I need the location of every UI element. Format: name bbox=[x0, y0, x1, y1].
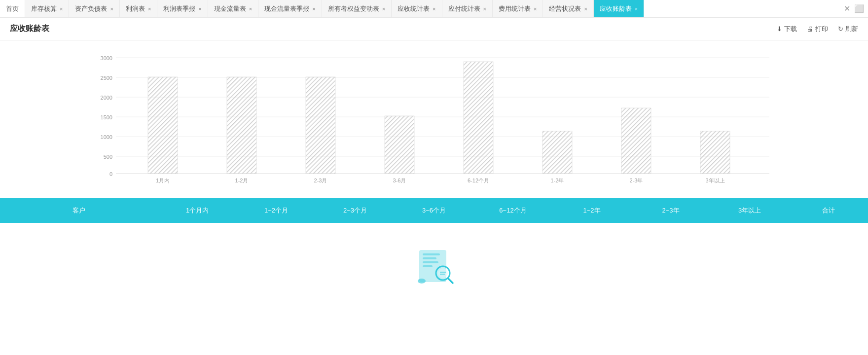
svg-line-31 bbox=[448, 279, 453, 283]
svg-text:1-2月: 1-2月 bbox=[235, 178, 249, 183]
svg-text:2500: 2500 bbox=[101, 75, 112, 81]
svg-text:2000: 2000 bbox=[101, 95, 112, 101]
tab-close-ap-stat[interactable]: × bbox=[483, 6, 486, 12]
window-close-btn[interactable]: ✕ bbox=[844, 4, 850, 13]
col-1m: 1个月内 bbox=[158, 206, 237, 215]
bar-4 bbox=[385, 116, 414, 174]
tab-close-expense[interactable]: × bbox=[534, 6, 537, 12]
svg-rect-24 bbox=[423, 253, 440, 255]
svg-text:3000: 3000 bbox=[101, 55, 112, 61]
col-6-12m: 6~12个月 bbox=[473, 206, 552, 215]
col-customer: 客户 bbox=[0, 206, 158, 215]
tab-profit-q[interactable]: 利润表季报 × bbox=[157, 0, 208, 18]
tab-close-operations[interactable]: × bbox=[584, 6, 587, 12]
download-icon: ⬇ bbox=[777, 25, 782, 33]
tab-balance[interactable]: 资产负债表 × bbox=[69, 0, 119, 18]
svg-text:1月内: 1月内 bbox=[156, 178, 170, 183]
empty-state bbox=[0, 223, 868, 312]
tab-bar: 首页 库存核算 × 资产负债表 × 利润表 × 利润表季报 × 现金流量表 × … bbox=[0, 0, 868, 18]
bar-8 bbox=[700, 131, 730, 174]
tab-close-equity[interactable]: × bbox=[382, 6, 385, 12]
tab-close-profit[interactable]: × bbox=[148, 6, 151, 12]
tab-equity[interactable]: 所有者权益变动表 × bbox=[322, 0, 392, 18]
tab-close-cashflow-q[interactable]: × bbox=[312, 6, 315, 12]
tab-close-profit-q[interactable]: × bbox=[198, 6, 201, 12]
bar-5 bbox=[464, 62, 493, 174]
svg-rect-25 bbox=[423, 257, 436, 259]
refresh-button[interactable]: ↻ 刷新 bbox=[838, 25, 858, 34]
tab-close-balance[interactable]: × bbox=[110, 6, 113, 12]
refresh-icon: ↻ bbox=[838, 25, 843, 33]
bar-6 bbox=[542, 131, 572, 174]
svg-text:1-2年: 1-2年 bbox=[551, 178, 564, 183]
svg-text:1500: 1500 bbox=[101, 114, 112, 120]
window-controls: ✕ ⬜ bbox=[840, 4, 868, 13]
col-2-3y: 2~3年 bbox=[631, 206, 710, 215]
svg-point-28 bbox=[418, 279, 426, 284]
col-1-2m: 1~2个月 bbox=[237, 206, 316, 215]
print-icon: 🖨 bbox=[807, 25, 813, 33]
svg-text:3年以上: 3年以上 bbox=[705, 178, 724, 183]
tab-close-ar-stat[interactable]: × bbox=[433, 6, 435, 12]
col-3y-plus: 3年以上 bbox=[710, 206, 789, 215]
col-1-2y: 1~2年 bbox=[552, 206, 631, 215]
svg-text:6-12个月: 6-12个月 bbox=[468, 178, 489, 183]
tab-ar-aging[interactable]: 应收账龄表 × bbox=[594, 0, 644, 18]
tab-close-ar-aging[interactable]: × bbox=[635, 6, 638, 12]
tab-ap-stat[interactable]: 应付统计表 × bbox=[442, 0, 493, 18]
bar-2 bbox=[227, 77, 256, 174]
svg-text:2-3月: 2-3月 bbox=[314, 178, 327, 183]
tab-ar-stat[interactable]: 应收统计表 × bbox=[392, 0, 442, 18]
download-button[interactable]: ⬇ 下载 bbox=[777, 25, 797, 34]
svg-text:1000: 1000 bbox=[101, 134, 112, 140]
tab-cashflow[interactable]: 现金流量表 × bbox=[208, 0, 258, 18]
tab-profit[interactable]: 利润表 × bbox=[120, 0, 157, 18]
svg-text:2-3年: 2-3年 bbox=[630, 178, 643, 183]
col-2-3m: 2~3个月 bbox=[316, 206, 395, 215]
empty-icon bbox=[409, 243, 459, 292]
tab-cashflow-q[interactable]: 现金流量表季报 × bbox=[258, 0, 322, 18]
print-button[interactable]: 🖨 打印 bbox=[807, 25, 828, 34]
col-total: 合计 bbox=[789, 206, 868, 215]
svg-text:500: 500 bbox=[104, 154, 112, 160]
page-actions: ⬇ 下载 🖨 打印 ↻ 刷新 bbox=[777, 25, 858, 34]
page-header: 应收账龄表 ⬇ 下载 🖨 打印 ↻ 刷新 bbox=[0, 18, 868, 40]
bar-1 bbox=[148, 77, 178, 174]
chart-area: 3000 2500 2000 1500 1000 500 0 bbox=[0, 40, 868, 198]
page-title: 应收账龄表 bbox=[10, 24, 49, 34]
svg-text:0: 0 bbox=[109, 171, 112, 177]
tab-operations[interactable]: 经营状况表 × bbox=[543, 0, 593, 18]
tab-expense[interactable]: 费用统计表 × bbox=[493, 0, 543, 18]
col-3-6m: 3~6个月 bbox=[395, 206, 473, 215]
svg-text:3-6月: 3-6月 bbox=[393, 178, 406, 183]
bar-3 bbox=[306, 77, 335, 174]
tab-close-cashflow[interactable]: × bbox=[249, 6, 252, 12]
tab-inventory[interactable]: 库存核算 × bbox=[25, 0, 69, 18]
chart-container: 3000 2500 2000 1500 1000 500 0 bbox=[20, 50, 848, 188]
tab-home[interactable]: 首页 bbox=[0, 0, 25, 18]
table-header: 客户 1个月内 1~2个月 2~3个月 3~6个月 6~12个月 1~2年 2~… bbox=[0, 198, 868, 223]
main-content: 3000 2500 2000 1500 1000 500 0 bbox=[0, 40, 868, 355]
svg-rect-27 bbox=[423, 265, 433, 267]
svg-point-30 bbox=[438, 268, 448, 278]
bar-7 bbox=[621, 108, 651, 174]
svg-rect-26 bbox=[423, 261, 438, 263]
bar-chart: 3000 2500 2000 1500 1000 500 0 bbox=[20, 50, 848, 188]
window-maximize-btn[interactable]: ⬜ bbox=[854, 4, 864, 13]
tab-close-inventory[interactable]: × bbox=[60, 6, 63, 12]
